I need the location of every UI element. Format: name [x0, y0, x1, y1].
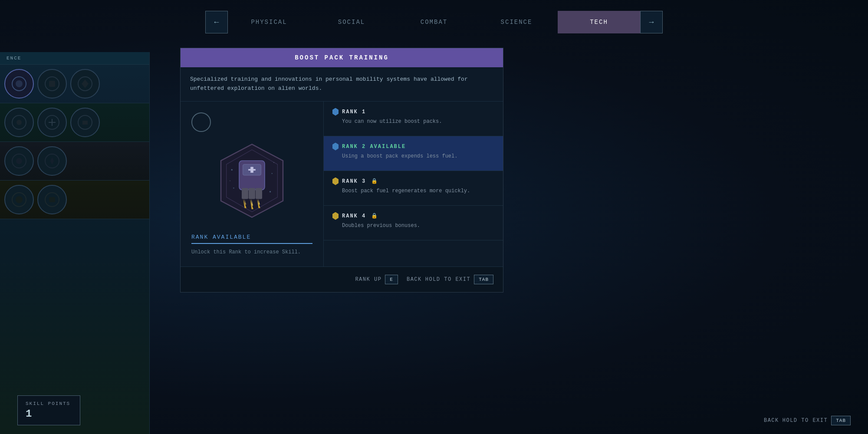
tab-combat[interactable]: COMBAT	[393, 11, 475, 33]
svg-point-1	[16, 80, 23, 87]
bottom-back-key-badge[interactable]: TAB	[831, 416, 851, 425]
rank-4-title: RANK 4	[342, 213, 366, 219]
sidebar-section-4	[0, 181, 149, 219]
svg-point-41	[273, 162, 274, 163]
sidebar-skill-icon-1[interactable]	[4, 69, 34, 99]
svg-rect-27	[242, 188, 248, 199]
panel-body: RANK AVAILABLE Unlock this Rank to incre…	[181, 102, 503, 266]
sidebar-skill-icon-4[interactable]	[4, 108, 34, 137]
top-navigation: ← PHYSICAL SOCIAL COMBAT SCIENCE TECH →	[0, 11, 868, 33]
rank-3-title: RANK 3	[342, 178, 366, 184]
skill-points-label: SKILL POINTS	[26, 401, 72, 406]
rank-2-title: RANK 2 AVAILABLE	[342, 144, 406, 150]
lock-icon-4: 🔒	[371, 213, 378, 219]
rank-item-2[interactable]: RANK 2 AVAILABLE Using a boost pack expe…	[324, 136, 503, 171]
svg-point-14	[16, 158, 22, 164]
rank-progress-bar	[191, 243, 312, 244]
main-skill-panel: BOOST PACK TRAINING Specialized training…	[180, 48, 503, 293]
sidebar-section-header: ENCE	[0, 52, 149, 65]
skill-hex-icon[interactable]	[212, 141, 292, 221]
sidebar-grid-1	[0, 65, 149, 103]
sidebar-skill-icon-3[interactable]	[70, 69, 100, 99]
svg-point-38	[233, 187, 234, 189]
bottom-hold-label: HOLD TO EXIT	[783, 418, 828, 424]
rank-1-description: You can now utilize boost packs.	[332, 118, 494, 125]
rank-up-label: RANK UP	[355, 276, 381, 283]
action-bar: RANK UP E BACK HOLD TO EXIT TAB	[181, 266, 503, 292]
rank-3-description: Boost pack fuel regenerates more quickly…	[332, 188, 494, 194]
nav-prev-button[interactable]: ←	[205, 11, 228, 33]
skill-points-value: 1	[26, 408, 72, 420]
ranks-list: RANK 1 You can now utilize boost packs. …	[324, 102, 503, 266]
bottom-back-label: BACK	[764, 418, 779, 424]
rank-3-icon	[332, 178, 339, 185]
tab-physical[interactable]: PHYSICAL	[228, 11, 310, 33]
tab-tech[interactable]: TECH	[558, 11, 640, 33]
rank-1-title: RANK 1	[342, 109, 366, 115]
rank-3-header: RANK 3 🔒	[332, 178, 494, 185]
sidebar-skill-icon-7[interactable]	[4, 146, 34, 176]
svg-rect-29	[256, 188, 262, 199]
rank-2-description: Using a boost pack expends less fuel.	[332, 153, 494, 159]
svg-point-40	[230, 180, 230, 181]
svg-point-39	[270, 191, 271, 192]
bottom-back-panel: BACK HOLD TO EXIT TAB	[764, 416, 851, 425]
sidebar-skill-icon-5[interactable]	[37, 108, 67, 137]
tab-science[interactable]: SCIENCE	[475, 11, 558, 33]
sidebar-section-1: ENCE	[0, 52, 149, 103]
svg-rect-3	[49, 81, 55, 87]
sidebar-grid-3	[0, 142, 149, 181]
skill-status-area: RANK AVAILABLE Unlock this Rank to incre…	[191, 234, 312, 255]
rank-1-icon	[332, 108, 339, 116]
sidebar-skill-icon-6[interactable]	[70, 108, 100, 137]
rank-item-1: RANK 1 You can now utilize boost packs.	[324, 102, 503, 136]
lock-icon-3: 🔒	[371, 178, 378, 184]
tab-social[interactable]: SOCIAL	[310, 11, 393, 33]
rank-item-4: RANK 4 🔒 Doubles previous bonuses.	[324, 206, 503, 240]
panel-title: BOOST PACK TRAINING	[181, 48, 503, 67]
sidebar-skill-icon-8[interactable]	[37, 146, 67, 176]
svg-point-36	[231, 169, 233, 170]
sidebar-skill-icon-10[interactable]	[37, 185, 67, 214]
svg-point-37	[271, 173, 273, 174]
svg-marker-5	[82, 79, 89, 88]
unlock-description: Unlock this Rank to increase Skill.	[191, 249, 312, 255]
svg-rect-28	[249, 188, 255, 199]
svg-point-18	[16, 196, 23, 203]
svg-marker-16	[50, 158, 54, 164]
sidebar-skill-icon-2[interactable]	[37, 69, 67, 99]
rank-up-key-badge[interactable]: E	[385, 275, 398, 284]
sidebar-grid-2	[0, 103, 149, 142]
nav-next-button[interactable]: →	[640, 11, 663, 33]
rank-4-icon	[332, 212, 339, 220]
rank-4-header: RANK 4 🔒	[332, 212, 494, 220]
svg-rect-12	[82, 121, 88, 125]
svg-rect-20	[49, 197, 55, 202]
panel-description: Specialized training and innovations in …	[181, 67, 503, 102]
rank-item-3: RANK 3 🔒 Boost pack fuel regenerates mor…	[324, 171, 503, 206]
svg-rect-26	[248, 169, 256, 170]
svg-point-7	[16, 120, 22, 125]
skill-visual-area: RANK AVAILABLE Unlock this Rank to incre…	[181, 102, 324, 266]
rank-4-description: Doubles previous bonuses.	[332, 223, 494, 229]
sidebar-section-2	[0, 103, 149, 142]
hold-to-exit-label: HOLD TO EXIT	[425, 276, 470, 283]
sidebar-grid-4	[0, 181, 149, 219]
skill-points-panel: SKILL POINTS 1	[17, 395, 80, 425]
rank-2-header: RANK 2 AVAILABLE	[332, 143, 494, 151]
rank-available-label: RANK AVAILABLE	[191, 234, 312, 240]
sidebar-section-3	[0, 142, 149, 181]
rank-circle-indicator	[191, 112, 211, 132]
sidebar-skill-icon-9[interactable]	[4, 185, 34, 214]
rank-2-icon	[332, 143, 339, 151]
back-key-badge[interactable]: TAB	[474, 275, 493, 284]
back-action: BACK HOLD TO EXIT TAB	[407, 275, 493, 284]
sidebar-skills: ENCE	[0, 52, 150, 434]
rank-up-action: RANK UP E	[355, 275, 398, 284]
back-label: BACK	[407, 276, 422, 283]
rank-1-header: RANK 1	[332, 108, 494, 116]
